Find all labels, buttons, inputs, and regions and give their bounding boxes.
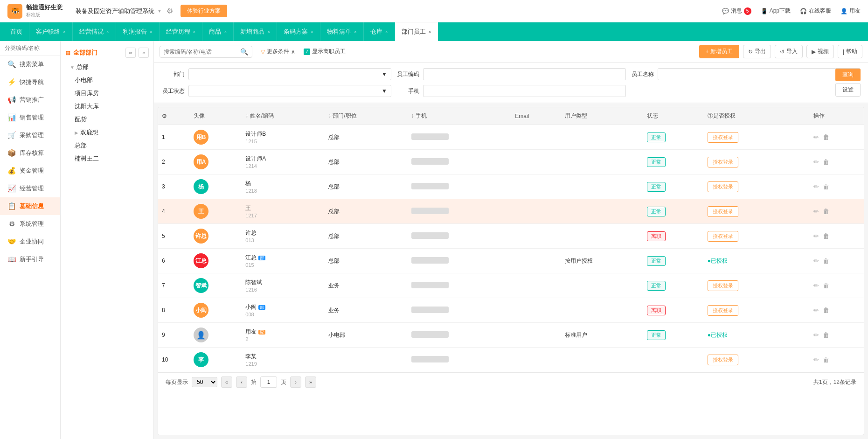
import-button[interactable]: ↺ 导入 <box>775 45 803 58</box>
nav-item-inventory[interactable]: 📦 库存核算 <box>0 144 60 162</box>
nav-item-finance[interactable]: 💰 资金管理 <box>0 162 60 180</box>
nav-item-sales[interactable]: 📊 销售管理 <box>0 109 60 126</box>
col-phone[interactable]: ↕ 手机 <box>408 107 512 125</box>
tab-profit[interactable]: 利润报告 × <box>116 22 160 41</box>
user-menu[interactable]: 👤 用友 <box>840 7 861 15</box>
settings-button[interactable]: ⚙ <box>167 7 173 15</box>
row-auth[interactable]: 授权登录 <box>704 348 792 372</box>
auth-button[interactable]: 授权登录 <box>708 355 738 365</box>
export-button[interactable]: ↻ 导出 <box>743 45 771 58</box>
edit-icon[interactable]: ✏ <box>813 331 819 339</box>
tab-customer[interactable]: 客户联络 × <box>29 22 73 41</box>
tab-warehouse[interactable]: 仓库 × <box>364 22 395 41</box>
edit-icon[interactable]: ✏ <box>813 307 819 314</box>
edit-icon[interactable]: ✏ <box>813 158 819 166</box>
row-auth[interactable]: ●已授权 <box>704 249 792 273</box>
prev-page-button[interactable]: ‹ <box>236 376 247 388</box>
nav-item-collab[interactable]: 🤝 企业协同 <box>0 233 60 251</box>
edit-icon[interactable]: ✏ <box>813 257 819 265</box>
nav-item-marketing[interactable]: 📢 营销推广 <box>0 91 60 109</box>
tab-dept-staff[interactable]: 部门员工 × <box>395 22 438 41</box>
auth-button[interactable]: 授权登录 <box>708 231 738 242</box>
dept-item-shenyang[interactable]: 沈阳大库 <box>65 100 153 113</box>
show-resigned-checkbox[interactable]: ✓ 显示离职员工 <box>304 48 346 56</box>
query-button[interactable]: 查询 <box>835 69 861 81</box>
close-tab-active-icon[interactable]: × <box>429 29 431 35</box>
auth-button[interactable]: 授权登录 <box>708 305 738 316</box>
auth-button[interactable]: 授权登录 <box>708 157 738 167</box>
help-button[interactable]: | 帮助 <box>838 45 862 58</box>
nav-item-purchase[interactable]: 🛒 采购管理 <box>0 126 60 144</box>
close-tab-icon[interactable]: × <box>354 29 357 35</box>
tab-add-goods[interactable]: 新增商品 × <box>234 22 277 41</box>
close-tab-icon[interactable]: × <box>106 29 109 35</box>
dept-edit-button[interactable]: ✏ <box>125 48 136 58</box>
delete-icon[interactable]: 🗑 <box>823 282 829 289</box>
online-service-button[interactable]: 🎧 在线客服 <box>800 7 831 15</box>
row-auth[interactable]: 授权登录 <box>704 174 792 199</box>
close-tab-icon[interactable]: × <box>311 29 313 35</box>
edit-icon[interactable]: ✏ <box>813 208 819 215</box>
delete-icon[interactable]: 🗑 <box>823 232 829 240</box>
close-tab-icon[interactable]: × <box>150 29 153 35</box>
nav-item-operation[interactable]: 📈 经营管理 <box>0 180 60 197</box>
nav-search-input[interactable] <box>5 45 61 51</box>
row-auth[interactable]: 授权登录 <box>704 224 792 249</box>
first-page-button[interactable]: « <box>221 376 232 388</box>
delete-icon[interactable]: 🗑 <box>823 331 829 339</box>
view-button[interactable]: ▶ 视频 <box>806 45 834 58</box>
add-employee-button[interactable]: + 新增员工 <box>699 45 739 58</box>
nav-item-quick[interactable]: ⚡ 快捷导航 <box>0 73 60 91</box>
employee-code-input[interactable] <box>423 68 626 80</box>
dept-item-headquarters[interactable]: ▼ 总部 <box>65 61 153 74</box>
edit-icon[interactable]: ✏ <box>813 356 819 363</box>
message-button[interactable]: 💬 消息 5 <box>722 7 751 15</box>
tab-goods[interactable]: 商品 × <box>202 22 234 41</box>
dropdown-arrow-icon[interactable]: ▼ <box>157 8 162 14</box>
tab-bom[interactable]: 物料清单 × <box>320 22 364 41</box>
dept-item-delivery[interactable]: 配货 <box>65 113 153 126</box>
dept-item-shuanglu[interactable]: ▶ 双鹿想 <box>65 126 153 139</box>
per-page-select[interactable]: 50 100 <box>192 377 217 387</box>
col-dept[interactable]: ↕ 部门/职位 <box>325 107 408 125</box>
dept-collapse-button[interactable]: « <box>139 48 149 58</box>
employee-name-input[interactable] <box>658 68 861 80</box>
row-auth[interactable]: 授权登录 <box>704 150 792 174</box>
close-tab-icon[interactable]: × <box>385 29 388 35</box>
search-input[interactable] <box>164 49 238 55</box>
tab-barcode[interactable]: 条码方案 × <box>277 22 320 41</box>
delete-icon[interactable]: 🗑 <box>823 158 829 166</box>
delete-icon[interactable]: 🗑 <box>823 183 829 190</box>
edit-icon[interactable]: ✏ <box>813 183 819 190</box>
auth-button[interactable]: 授权登录 <box>708 280 738 291</box>
delete-icon[interactable]: 🗑 <box>823 133 829 141</box>
next-page-button[interactable]: › <box>290 376 301 388</box>
col-settings[interactable]: ⚙ <box>158 107 190 125</box>
edit-icon[interactable]: ✏ <box>813 282 819 289</box>
nav-item-search[interactable]: 🔍 搜索菜单 <box>0 56 60 73</box>
close-tab-icon[interactable]: × <box>63 29 66 35</box>
status-filter-select[interactable]: ▼ <box>188 85 391 97</box>
dept-item-project[interactable]: 项目库房 <box>65 87 153 100</box>
dept-item-small-elec[interactable]: 小电部 <box>65 74 153 87</box>
tab-history[interactable]: 经营历程 × <box>160 22 203 41</box>
last-page-button[interactable]: » <box>305 376 316 388</box>
tab-operations[interactable]: 经营情况 × <box>73 22 116 41</box>
nav-item-basic[interactable]: 📋 基础信息 <box>0 197 60 215</box>
close-tab-icon[interactable]: × <box>224 29 227 35</box>
dept-item-nan[interactable]: 楠树王二 <box>65 152 153 165</box>
row-auth[interactable]: 授权登录 <box>704 273 792 298</box>
row-auth[interactable]: 授权登录 <box>704 199 792 224</box>
auth-button[interactable]: 授权登录 <box>708 206 738 217</box>
edit-icon[interactable]: ✏ <box>813 133 819 141</box>
page-number-input[interactable] <box>260 376 277 388</box>
more-filter-button[interactable]: ▽ 更多条件 ∧ <box>257 46 299 57</box>
nav-item-system[interactable]: ⚙ 系统管理 <box>0 215 60 233</box>
row-auth[interactable]: 授权登录 <box>704 298 792 323</box>
auth-button[interactable]: 授权登录 <box>708 181 738 192</box>
close-tab-icon[interactable]: × <box>193 29 196 35</box>
tab-home[interactable]: 首页 <box>4 22 29 41</box>
delete-icon[interactable]: 🗑 <box>823 257 829 265</box>
col-name[interactable]: ↕ 姓名/编码 <box>242 107 325 125</box>
set-button[interactable]: 设置 <box>835 83 861 97</box>
